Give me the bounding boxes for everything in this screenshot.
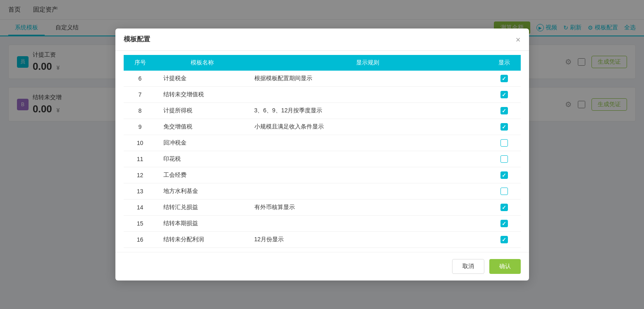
cell-rule: [248, 135, 488, 151]
display-checkbox[interactable]: [500, 139, 508, 147]
modal-footer: 取消 确认: [115, 252, 529, 280]
cell-name: 结转未分配利润: [157, 232, 248, 248]
cell-rule: [248, 216, 488, 232]
display-checkbox[interactable]: [500, 236, 508, 243]
cell-rule: [248, 167, 488, 183]
table-row: 12工会经费: [124, 167, 521, 183]
cell-seq: 7: [124, 87, 157, 103]
modal-title: 模板配置: [124, 35, 150, 44]
cell-name: 结转汇兑损益: [157, 200, 248, 216]
display-checkbox[interactable]: [500, 75, 508, 82]
col-seq: 序号: [124, 55, 157, 71]
display-checkbox[interactable]: [500, 171, 508, 179]
display-checkbox[interactable]: [500, 123, 508, 131]
cell-name: 计提税金: [157, 71, 248, 87]
table-row: 11印花税: [124, 151, 521, 167]
cell-name: 结转未交增值税: [157, 87, 248, 103]
cell-seq: 9: [124, 119, 157, 135]
cell-name: 结转本期损益: [157, 216, 248, 232]
modal-close-button[interactable]: ×: [516, 36, 521, 44]
table-row: 9免交增值税小规模且满足收入条件显示: [124, 119, 521, 135]
cell-rule: 有外币核算显示: [248, 200, 488, 216]
display-checkbox[interactable]: [500, 91, 508, 98]
cell-rule: 12月份显示: [248, 232, 488, 248]
cell-display: [488, 135, 521, 151]
table-header: 序号 模板名称 显示规则 显示: [124, 55, 521, 71]
table-row: 15结转本期损益: [124, 216, 521, 232]
cell-rule: 3、6、9、12月按季度显示: [248, 103, 488, 119]
table-row: 13地方水利基金: [124, 183, 521, 200]
cell-display: [488, 167, 521, 183]
cell-display: [488, 200, 521, 216]
cell-rule: [248, 183, 488, 200]
cell-display: [488, 119, 521, 135]
cell-rule: [248, 151, 488, 167]
table-row: 7结转未交增值税: [124, 87, 521, 103]
cell-name: 地方水利基金: [157, 183, 248, 200]
cell-seq: 11: [124, 151, 157, 167]
cell-rule: [248, 87, 488, 103]
confirm-button[interactable]: 确认: [489, 259, 521, 274]
cell-rule: 小规模且满足收入条件显示: [248, 119, 488, 135]
cell-seq: 12: [124, 167, 157, 183]
cell-display: [488, 71, 521, 87]
display-checkbox[interactable]: [500, 220, 508, 227]
display-checkbox[interactable]: [500, 107, 508, 114]
cell-display: [488, 232, 521, 248]
modal-header: 模板配置 ×: [115, 29, 529, 51]
table-row: 14结转汇兑损益有外币核算显示: [124, 200, 521, 216]
cell-seq: 13: [124, 183, 157, 200]
cell-seq: 14: [124, 200, 157, 216]
cancel-button[interactable]: 取消: [452, 259, 484, 274]
cell-display: [488, 216, 521, 232]
table-row: 8计提所得税3、6、9、12月按季度显示: [124, 103, 521, 119]
cell-seq: 15: [124, 216, 157, 232]
cell-seq: 6: [124, 71, 157, 87]
cell-display: [488, 87, 521, 103]
cell-seq: 16: [124, 232, 157, 248]
table-row: 16结转未分配利润12月份显示: [124, 232, 521, 248]
display-checkbox[interactable]: [500, 188, 508, 195]
cell-name: 计提所得税: [157, 103, 248, 119]
display-checkbox[interactable]: [500, 155, 508, 163]
table-row: 6计提税金根据模板配置期间显示: [124, 71, 521, 87]
cell-name: 回冲税金: [157, 135, 248, 151]
config-table: 序号 模板名称 显示规则 显示 6计提税金根据模板配置期间显示7结转未交增值税8…: [124, 55, 521, 248]
col-name: 模板名称: [157, 55, 248, 71]
cell-seq: 8: [124, 103, 157, 119]
modal-overlay: 模板配置 × 序号 模板名称 显示规则 显示 6计提税金根据模板配置期间显示7结…: [0, 0, 644, 309]
cell-rule: 根据模板配置期间显示: [248, 71, 488, 87]
table-row: 10回冲税金: [124, 135, 521, 151]
modal-body: 序号 模板名称 显示规则 显示 6计提税金根据模板配置期间显示7结转未交增值税8…: [115, 51, 529, 252]
cell-name: 工会经费: [157, 167, 248, 183]
table-body: 6计提税金根据模板配置期间显示7结转未交增值税8计提所得税3、6、9、12月按季…: [124, 71, 521, 248]
cell-name: 印花税: [157, 151, 248, 167]
cell-display: [488, 151, 521, 167]
display-checkbox[interactable]: [500, 204, 508, 211]
col-display: 显示: [488, 55, 521, 71]
cell-seq: 10: [124, 135, 157, 151]
cell-display: [488, 183, 521, 200]
template-config-modal: 模板配置 × 序号 模板名称 显示规则 显示 6计提税金根据模板配置期间显示7结…: [115, 29, 529, 280]
col-rule: 显示规则: [248, 55, 488, 71]
cell-name: 免交增值税: [157, 119, 248, 135]
cell-display: [488, 103, 521, 119]
